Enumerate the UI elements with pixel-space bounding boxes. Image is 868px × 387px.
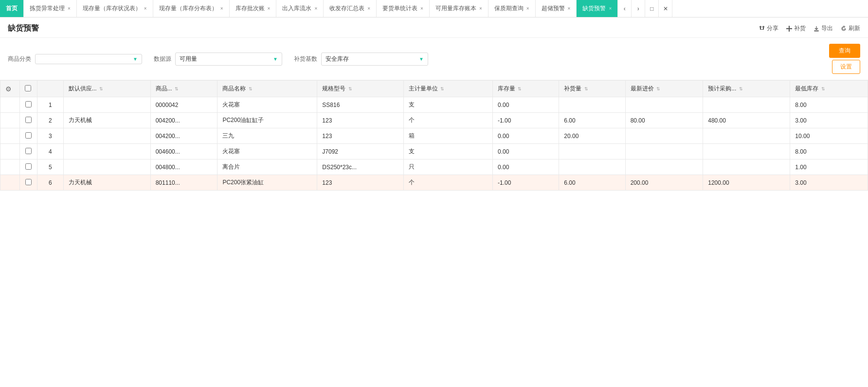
- tab-5[interactable]: 出入库流水 ×: [276, 0, 324, 17]
- tab-7[interactable]: 要货单统计表 ×: [377, 0, 430, 17]
- tab-9[interactable]: 保质期查询 ×: [488, 0, 536, 17]
- replenish-button[interactable]: 补货: [786, 24, 806, 33]
- row-checkbox[interactable]: [25, 179, 32, 185]
- tab-8[interactable]: 可用量库存账本 ×: [430, 0, 488, 17]
- row-checkbox-cell[interactable]: [20, 97, 37, 113]
- th-spec[interactable]: 规格型号 ⇅: [317, 81, 404, 97]
- filter-category-label: 商品分类: [8, 55, 31, 63]
- share-icon: [759, 26, 765, 32]
- th-min-stock[interactable]: 最低库存 ⇅: [790, 81, 868, 97]
- tab-prev-button[interactable]: ‹: [618, 0, 632, 17]
- close-icon-4[interactable]: ×: [268, 6, 271, 11]
- select-all-checkbox[interactable]: [25, 85, 31, 91]
- row-name: 火花塞: [217, 97, 317, 113]
- row-unit: 支: [404, 97, 493, 113]
- row-replenish: 6.00: [559, 175, 625, 191]
- refresh-icon: [841, 26, 847, 32]
- page-header: 缺货预警 分享 补货 导出 刷新: [0, 18, 868, 38]
- th-supplier-label: 默认供应...: [69, 85, 97, 92]
- row-checkbox-cell[interactable]: [20, 159, 37, 175]
- filter-datasource-select[interactable]: 可用量 ▼: [175, 53, 282, 66]
- filter-group-replenish: 补货基数 安全库存 ▼: [294, 53, 428, 66]
- close-icon-6[interactable]: ×: [367, 6, 370, 11]
- chevron-down-icon: ▼: [133, 56, 138, 62]
- th-latest-price-label: 最新进价: [631, 85, 654, 92]
- tab-label-2: 现存量（库存状况表）: [83, 4, 141, 13]
- th-latest-price[interactable]: 最新进价 ⇅: [625, 81, 703, 97]
- row-supplier: [63, 97, 150, 113]
- table-row: 4 004600... 火花塞 J7092 支 0.00 8.00: [0, 144, 868, 159]
- share-button[interactable]: 分享: [759, 24, 778, 33]
- close-icon-1[interactable]: ×: [68, 6, 71, 11]
- tab-6[interactable]: 收发存汇总表 ×: [324, 0, 377, 17]
- row-checkbox[interactable]: [25, 163, 32, 170]
- export-button[interactable]: 导出: [814, 24, 833, 33]
- row-replenish: [559, 97, 625, 113]
- row-checkbox[interactable]: [25, 117, 32, 123]
- close-icon-8[interactable]: ×: [479, 6, 482, 11]
- sort-icon-spec: ⇅: [348, 87, 352, 91]
- th-code[interactable]: 商品... ⇅: [150, 81, 217, 97]
- row-min-stock: 10.00: [790, 128, 868, 144]
- row-checkbox[interactable]: [25, 101, 32, 107]
- tab-11[interactable]: 缺货预警 ×: [577, 0, 618, 17]
- row-stock: -1.00: [492, 113, 559, 128]
- th-estimated[interactable]: 预计采购... ⇅: [703, 81, 790, 97]
- tab-next-button[interactable]: ›: [632, 0, 645, 17]
- data-table: ⚙ 默认供应... ⇅ 商品... ⇅ 商品名称: [0, 80, 868, 191]
- tab-2[interactable]: 现存量（库存状况表） ×: [77, 0, 153, 17]
- row-index: 5: [37, 159, 64, 175]
- th-estimated-label: 预计采购...: [708, 85, 736, 92]
- th-supplier[interactable]: 默认供应... ⇅: [63, 81, 150, 97]
- tab-1[interactable]: 拣货异常处理 ×: [24, 0, 77, 17]
- filter-replenish-value: 安全库存: [326, 55, 349, 63]
- row-checkbox-cell[interactable]: [20, 128, 37, 144]
- row-checkbox[interactable]: [25, 148, 32, 154]
- row-checkbox-cell[interactable]: [20, 175, 37, 191]
- th-stock[interactable]: 库存量 ⇅: [492, 81, 559, 97]
- close-icon-10[interactable]: ×: [568, 6, 571, 11]
- row-name: PC200张紧油缸: [217, 175, 317, 191]
- row-latest-price: 80.00: [625, 113, 703, 128]
- close-icon-3[interactable]: ×: [220, 6, 223, 11]
- query-button[interactable]: 查询: [829, 44, 860, 58]
- action-buttons: 查询 设置: [829, 44, 860, 74]
- th-settings[interactable]: ⚙: [0, 81, 20, 97]
- row-checkbox-cell[interactable]: [20, 113, 37, 128]
- close-icon-11[interactable]: ×: [609, 6, 612, 11]
- row-checkbox[interactable]: [25, 132, 32, 139]
- sort-icon-code: ⇅: [175, 87, 179, 91]
- th-unit[interactable]: 主计量单位 ⇅: [404, 81, 493, 97]
- row-name: 离合片: [217, 159, 317, 175]
- close-icon-5[interactable]: ×: [314, 6, 317, 11]
- close-icon-9[interactable]: ×: [526, 6, 529, 11]
- page-title: 缺货预警: [8, 23, 39, 34]
- tab-10[interactable]: 超储预警 ×: [536, 0, 577, 17]
- close-icon-2[interactable]: ×: [144, 6, 147, 11]
- th-name[interactable]: 商品名称 ⇅: [217, 81, 317, 97]
- tab-close-all-button[interactable]: ✕: [659, 0, 672, 17]
- row-replenish: [559, 144, 625, 159]
- row-spec: SS816: [317, 97, 404, 113]
- row-code: 004200...: [150, 113, 217, 128]
- filter-group-datasource: 数据源 可用量 ▼: [154, 53, 282, 66]
- tab-3[interactable]: 现存量（库存分布表） ×: [153, 0, 230, 17]
- row-checkbox-cell[interactable]: [20, 144, 37, 159]
- tab-restore-button[interactable]: □: [645, 0, 659, 17]
- filter-datasource-value: 可用量: [180, 55, 197, 63]
- th-replenish[interactable]: 补货量 ⇅: [559, 81, 625, 97]
- refresh-button[interactable]: 刷新: [841, 24, 860, 33]
- filter-category-select[interactable]: ▼: [35, 54, 142, 64]
- tab-home[interactable]: 首页: [0, 0, 24, 17]
- filter-replenish-label: 补货基数: [294, 55, 317, 63]
- tab-home-label: 首页: [6, 4, 18, 13]
- main-content: 缺货预警 分享 补货 导出 刷新 商品分类: [0, 18, 868, 387]
- settings-button[interactable]: 设置: [832, 60, 860, 74]
- row-spec: DS250*23c...: [317, 159, 404, 175]
- close-icon-7[interactable]: ×: [420, 6, 423, 11]
- row-latest-price: [625, 97, 703, 113]
- row-name: 三九: [217, 128, 317, 144]
- filter-replenish-select[interactable]: 安全库存 ▼: [321, 53, 428, 66]
- tab-4[interactable]: 库存批次账 ×: [230, 0, 277, 17]
- gear-icon[interactable]: ⚙: [5, 85, 12, 93]
